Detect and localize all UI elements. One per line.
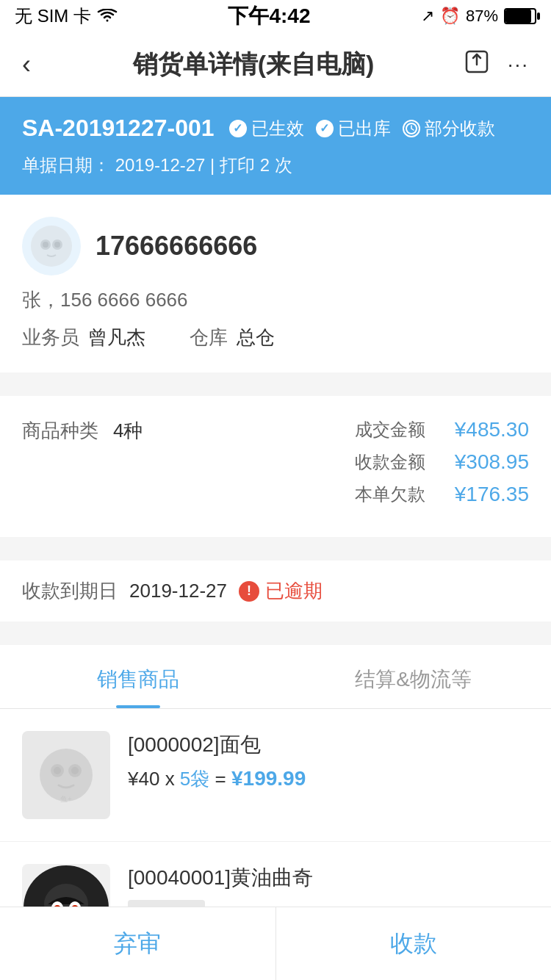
staff-item: 业务员 曾凡杰 [22, 325, 145, 350]
product-image-1: 鱼+ [22, 731, 110, 819]
status-shipped-label: 已出库 [338, 117, 391, 140]
owed-value: ¥176.35 [455, 483, 529, 506]
nav-bar: ‹ 销货单详情(来自电脑) ··· [0, 32, 551, 97]
page-title: 销货单详情(来自电脑) [66, 48, 441, 82]
collect-label: 收款 [390, 928, 437, 960]
status-bar-left: 无 SIM 卡 [15, 4, 118, 28]
collect-button[interactable]: 收款 [276, 907, 552, 980]
tabs-section: 销售商品 结算&物流等 [0, 645, 551, 709]
product-placeholder-1: 鱼+ [22, 731, 110, 819]
warehouse-label: 仓库 [190, 325, 228, 350]
list-item: 鱼+ [0000002]面包 ¥40 x 5袋 = ¥199.99 [0, 709, 551, 842]
wifi-icon [97, 9, 118, 24]
customer-staff: 业务员 曾凡杰 仓库 总仓 [22, 325, 529, 350]
product-details-1: [0000002]面包 ¥40 x 5袋 = ¥199.99 [128, 731, 529, 792]
status-effective-label: 已生效 [251, 117, 304, 140]
divider-1 [0, 384, 551, 396]
battery-fill [505, 10, 531, 23]
product-type-label: 商品种类 [22, 418, 98, 444]
svg-point-6 [54, 242, 60, 248]
status-badge-shipped: ✓ 已出库 [316, 117, 391, 140]
meta-date: 2019-12-27 [115, 155, 206, 175]
status-badge-partial: 部分收款 [403, 117, 495, 140]
product-price-1: ¥40 x 5袋 = ¥199.99 [128, 766, 529, 792]
tab-settlement-label: 结算&物流等 [355, 668, 472, 691]
location-icon: ↗ [421, 7, 434, 26]
bottom-bar: 弃审 收款 [0, 907, 551, 980]
due-date-label: 收款到期日 [22, 578, 118, 604]
meta-label: 单据日期： [22, 155, 110, 175]
clock-icon [403, 120, 420, 137]
overdue-badge: ! 已逾期 [239, 578, 323, 604]
stats-left: 商品种类 4种 [22, 418, 143, 451]
svg-point-11 [71, 767, 79, 774]
divider-3 [0, 633, 551, 645]
order-id: SA-20191227-001 [22, 115, 215, 142]
status-partial-label: 部分收款 [425, 117, 495, 140]
warehouse-item: 仓库 总仓 [190, 325, 275, 350]
overdue-dot-icon: ! [239, 581, 259, 602]
owed-label: 本单欠款 [355, 483, 425, 506]
reject-label: 弃审 [114, 928, 161, 960]
staff-label: 业务员 [22, 325, 79, 350]
product-type-value: 4种 [113, 418, 143, 444]
customer-info: 张，156 6666 6666 [22, 287, 529, 313]
price-base-1: ¥40 [128, 768, 159, 790]
share-icon[interactable] [464, 48, 490, 80]
due-section: 收款到期日 2019-12-27 ! 已逾期 [0, 561, 551, 621]
more-icon[interactable]: ··· [508, 53, 529, 76]
carrier-label: 无 SIM 卡 [15, 4, 91, 28]
price-qty-1: 5袋 [180, 768, 209, 790]
overdue-text: 已逾期 [265, 578, 323, 604]
order-meta: 单据日期： 2019-12-27 | 打印 2 次 [22, 154, 529, 177]
status-bar: 无 SIM 卡 下午4:42 ↗ ⏰ 87% [0, 0, 551, 32]
stats-right: 成交金额 ¥485.30 收款金额 ¥308.95 本单欠款 ¥176.35 [355, 418, 529, 515]
svg-point-10 [54, 767, 61, 774]
meta-print: | 打印 2 次 [210, 155, 292, 175]
due-date-value: 2019-12-27 [129, 580, 227, 602]
price-eq-1: = [215, 768, 231, 790]
check-icon-2: ✓ [316, 120, 334, 137]
order-header: SA-20191227-001 ✓ 已生效 ✓ 已出库 部分收款 [0, 97, 551, 195]
tab-sales-products[interactable]: 销售商品 [0, 645, 276, 708]
price-x-1: x [165, 768, 180, 790]
svg-point-7 [40, 749, 93, 801]
status-bar-right: ↗ ⏰ 87% [421, 7, 536, 26]
product-name-1: [0000002]面包 [128, 731, 529, 759]
price-total-1: ¥199.99 [231, 767, 306, 790]
divider-2 [0, 549, 551, 561]
back-button[interactable]: ‹ [22, 49, 66, 80]
collected-value: ¥308.95 [455, 450, 529, 474]
stats-section: 商品种类 4种 成交金额 ¥485.30 收款金额 ¥308.95 本单欠款 ¥… [0, 396, 551, 537]
product-name-2: [00040001]黄油曲奇 [128, 864, 529, 892]
alarm-icon: ⏰ [440, 7, 460, 26]
staff-value: 曾凡杰 [88, 325, 145, 350]
check-icon-1: ✓ [229, 120, 247, 137]
collected-label: 收款金额 [355, 450, 425, 474]
status-badge-effective: ✓ 已生效 [229, 117, 304, 140]
status-badges: ✓ 已生效 ✓ 已出库 部分收款 [229, 117, 495, 140]
battery-icon [504, 8, 536, 24]
svg-text:鱼+: 鱼+ [60, 795, 72, 803]
status-bar-time: 下午4:42 [228, 2, 310, 30]
warehouse-value: 总仓 [237, 325, 275, 350]
battery-percent: 87% [466, 7, 498, 26]
svg-point-5 [43, 242, 48, 248]
customer-avatar [22, 217, 81, 275]
reject-button[interactable]: 弃审 [0, 907, 276, 980]
customer-phone: 17666666666 [96, 231, 257, 262]
tab-sales-label: 销售商品 [97, 668, 179, 691]
customer-section: 17666666666 张，156 6666 6666 业务员 曾凡杰 仓库 总… [0, 195, 551, 372]
deal-amount-value: ¥485.30 [455, 418, 529, 442]
tab-settlement[interactable]: 结算&物流等 [276, 645, 551, 708]
svg-point-2 [31, 226, 72, 267]
deal-amount-label: 成交金额 [355, 418, 425, 442]
nav-actions: ··· [441, 48, 529, 80]
